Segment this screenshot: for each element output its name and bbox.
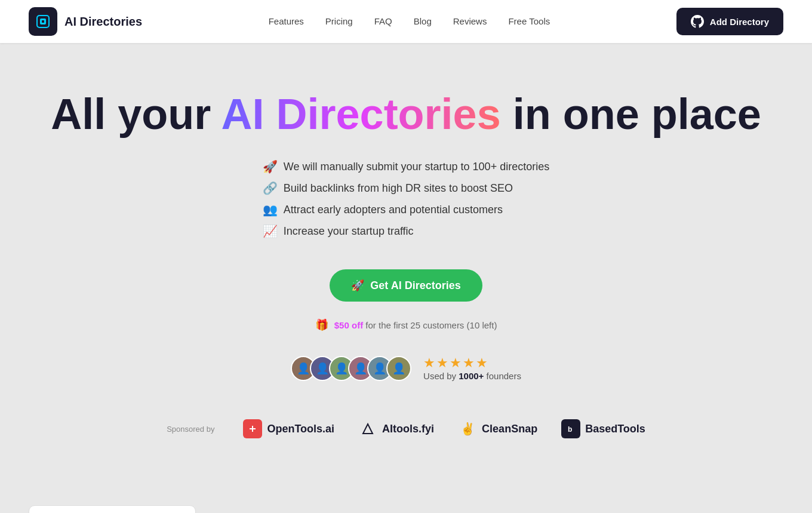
used-by-text: Used by 1000+ founders — [423, 371, 521, 381]
brand-logo-icon — [29, 7, 57, 36]
add-directory-button[interactable]: Add Directory — [676, 8, 783, 35]
feature-item-3: 👥 Attract early adopters and potential c… — [263, 202, 549, 217]
svg-text:b: b — [568, 425, 572, 434]
github-icon — [691, 15, 704, 28]
nav-link-faq[interactable]: FAQ — [374, 16, 392, 26]
avatar: 👤 — [386, 356, 411, 381]
sponsors-bar: Sponsored by OpenTools.ai AItools.fyi ✌️… — [24, 410, 788, 457]
sponsor-cleansnap: ✌️ CleanSnap — [458, 419, 537, 438]
search-wrapper — [29, 505, 196, 513]
opentools-logo — [243, 419, 262, 438]
rating-section: ★★★★★ Used by 1000+ founders — [423, 355, 521, 381]
stars-display: ★★★★★ — [423, 355, 521, 371]
hero-section: All your AI Directories in one place 🚀 W… — [0, 43, 812, 493]
feature-item-1: 🚀 We will manually submit your startup t… — [263, 159, 549, 174]
feature-item-4: 📈 Increase your startup traffic — [263, 224, 549, 238]
sponsor-basedtools: b BasedTools — [561, 419, 645, 438]
cta-emoji: 🚀 — [351, 279, 364, 292]
search-section — [0, 493, 812, 513]
svg-rect-2 — [42, 20, 44, 23]
hero-features-list: 🚀 We will manually submit your startup t… — [263, 159, 549, 245]
nav-link-reviews[interactable]: Reviews — [453, 16, 487, 26]
get-ai-directories-button[interactable]: 🚀 Get AI Directories — [330, 269, 482, 302]
feature-emoji-3: 👥 — [263, 202, 278, 217]
feature-emoji-1: 🚀 — [263, 159, 278, 174]
discount-text: 🎁 $50 off for the first 25 customers (10… — [24, 318, 788, 331]
nav-brand: AI Directories — [29, 7, 142, 36]
nav-link-free-tools[interactable]: Free Tools — [508, 16, 550, 26]
feature-emoji-2: 🔗 — [263, 181, 278, 195]
avatar-group: 👤 👤 👤 👤 👤 👤 — [291, 356, 411, 381]
brand-name-text: AI Directories — [64, 15, 142, 29]
hero-headline: All your AI Directories in one place — [24, 91, 788, 138]
feature-item-2: 🔗 Build backlinks from high DR sites to … — [263, 181, 549, 195]
svg-marker-4 — [363, 424, 373, 434]
feature-emoji-4: 📈 — [263, 224, 278, 238]
social-proof: 👤 👤 👤 👤 👤 👤 ★★★★★ Used by 1000+ founders — [24, 355, 788, 381]
nav-link-blog[interactable]: Blog — [414, 16, 432, 26]
hero-headline-gradient: AI Directories — [222, 90, 501, 138]
aitools-logo — [358, 419, 377, 438]
nav-link-pricing[interactable]: Pricing — [325, 16, 353, 26]
nav-link-features[interactable]: Features — [269, 16, 304, 26]
sponsor-aitools: AItools.fyi — [358, 419, 434, 438]
cleansnap-logo: ✌️ — [458, 419, 477, 438]
nav-links: Features Pricing FAQ Blog Reviews Free T… — [269, 16, 550, 27]
basedtools-logo: b — [561, 419, 580, 438]
sponsor-opentools: OpenTools.ai — [243, 419, 334, 438]
gift-emoji: 🎁 — [315, 319, 328, 331]
navbar: AI Directories Features Pricing FAQ Blog… — [0, 0, 812, 43]
